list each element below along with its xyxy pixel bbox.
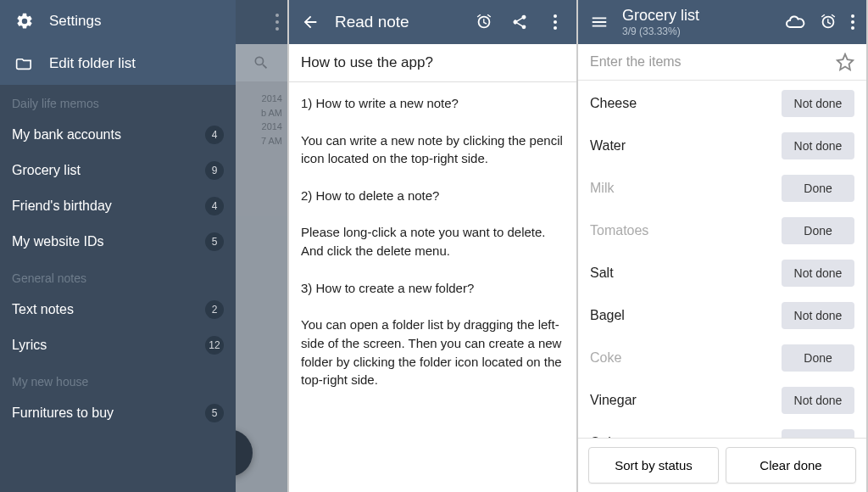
folder-row[interactable]: My website IDs5 (0, 224, 236, 260)
clear-done-button[interactable]: Clear done (726, 447, 856, 484)
folder-count-badge: 4 (205, 197, 224, 215)
status-button[interactable]: Not done (782, 260, 854, 287)
status-button[interactable]: Not done (782, 387, 854, 414)
note-body: 1) How to write a new note? You can writ… (289, 82, 576, 401)
status-button[interactable]: Done (782, 344, 854, 372)
item-name: Bagel (590, 308, 625, 323)
back-icon[interactable] (301, 13, 320, 31)
settings-label: Settings (49, 13, 101, 30)
item-name: Cheese (590, 96, 637, 111)
folder-name: Friend's birthday (12, 198, 112, 214)
add-item-row (578, 44, 866, 81)
grocery-title: Grocery list (622, 7, 771, 25)
folder-name: My bank accounts (12, 127, 121, 143)
folder-icon (15, 54, 34, 73)
folder-count-badge: 9 (205, 161, 224, 180)
item-name: Water (590, 138, 626, 154)
folder-name: Furnitures to buy (12, 405, 114, 421)
gear-icon (15, 12, 34, 31)
add-item-input[interactable] (590, 54, 836, 70)
edit-folder-row[interactable]: Edit folder list (0, 42, 236, 85)
folder-row[interactable]: Lyrics12 (0, 327, 236, 363)
list-item: MilkDone (590, 167, 854, 210)
status-button[interactable]: Not done (782, 302, 854, 329)
folder-row[interactable]: Grocery list9 (0, 153, 236, 188)
list-item: CokeDone (590, 337, 854, 379)
status-button[interactable]: Not done (782, 132, 854, 159)
folder-row[interactable]: Text notes2 (0, 292, 236, 327)
settings-row[interactable]: Settings (0, 0, 236, 42)
read-note-appbar: Read note (289, 0, 576, 44)
list-item: WaterNot done (590, 125, 854, 167)
folder-name: Grocery list (12, 163, 81, 178)
bg-header (235, 0, 287, 44)
bottom-actions: Sort by status Clear done (578, 438, 866, 492)
folder-count-badge: 12 (205, 336, 224, 355)
list-item: VinegarNot done (590, 379, 854, 422)
folder-row[interactable]: My bank accounts4 (0, 117, 236, 153)
folder-name: Text notes (12, 302, 74, 317)
folder-name: Lyrics (12, 338, 47, 353)
bg-search-bar (235, 44, 287, 81)
bg-date-fragments: 2014 b AM 2014 7 AM (235, 81, 287, 158)
star-icon[interactable] (836, 53, 854, 71)
grocery-progress: 3/9 (33.33%) (622, 25, 771, 37)
list-item: SaltNot done (590, 252, 854, 294)
edit-folder-label: Edit folder list (49, 55, 136, 72)
appbar-title: Read note (335, 13, 459, 31)
menu-icon[interactable] (590, 13, 609, 31)
folder-name: My website IDs (12, 234, 103, 249)
folder-row[interactable]: Furnitures to buy5 (0, 395, 236, 431)
list-item: CheeseNot done (590, 82, 854, 125)
cloud-icon[interactable] (785, 12, 805, 32)
status-button[interactable]: Done (782, 175, 854, 202)
list-item: TomatoesDone (590, 210, 854, 252)
grocery-appbar: Grocery list 3/9 (33.33%) (578, 0, 866, 44)
more-icon[interactable] (851, 14, 854, 30)
folder-count-badge: 4 (205, 126, 224, 144)
status-button[interactable]: Done (782, 217, 854, 244)
item-name: Salt (590, 266, 614, 281)
folder-count-badge: 5 (205, 404, 224, 422)
list-item: BagelNot done (590, 294, 854, 337)
item-name: Coke (590, 350, 621, 366)
section-header: My new house (0, 363, 236, 395)
more-icon[interactable] (546, 13, 565, 31)
share-icon[interactable] (510, 13, 529, 31)
item-name: Milk (590, 181, 614, 196)
item-name: Vinegar (590, 393, 637, 408)
section-header: General notes (0, 260, 236, 292)
sort-button[interactable]: Sort by status (588, 447, 719, 484)
background-note-list: 2014 b AM 2014 7 AM (235, 0, 287, 492)
status-button[interactable]: Not done (782, 90, 854, 117)
navigation-drawer: Settings Edit folder list Daily life mem… (0, 0, 236, 492)
section-header: Daily life memos (0, 85, 236, 117)
note-title: How to use the app? (289, 44, 576, 82)
item-name: Tomatoes (590, 223, 648, 238)
folder-count-badge: 2 (205, 300, 224, 319)
folder-count-badge: 5 (205, 232, 224, 251)
alarm-icon[interactable] (819, 13, 837, 31)
folder-row[interactable]: Friend's birthday4 (0, 188, 236, 224)
alarm-icon[interactable] (475, 13, 493, 31)
